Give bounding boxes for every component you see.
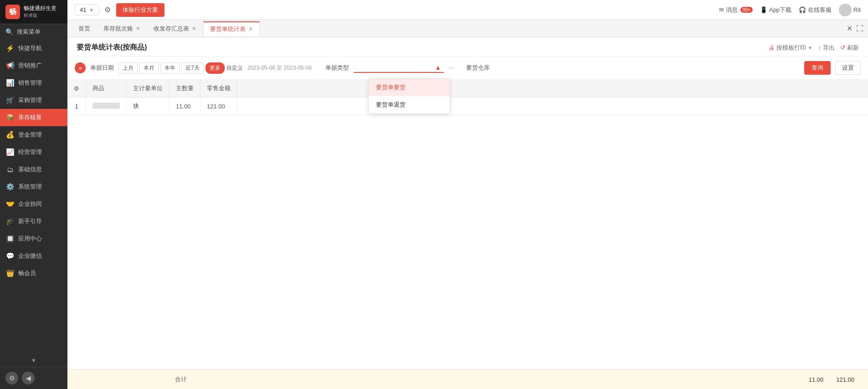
row-amount: 121.00 [200, 97, 237, 115]
sidebar-item-wechat[interactable]: 💬 企业微信 [0, 247, 67, 265]
app-download-btn[interactable]: 📱 App下载 [760, 6, 791, 14]
custom-date-btn[interactable]: 自定义 [226, 64, 243, 72]
sidebar-logo: 畅 [5, 5, 20, 19]
table-row: 1 块 11.00 121.00 [67, 97, 868, 115]
dropdown-item-order-goods[interactable]: 要货单要货 [369, 79, 450, 96]
sidebar-item-guide[interactable]: 🎓 新手引导 [0, 213, 67, 230]
sidebar-item-operation[interactable]: 📈 经营管理 [0, 143, 67, 161]
warehouse-label: 要货仓库 [466, 64, 490, 72]
tab-expand-btn[interactable]: ⛶ [856, 24, 863, 33]
dropdown-item-order-return[interactable]: 要货单退货 [369, 96, 450, 113]
last-month-btn[interactable]: 上月 [118, 62, 138, 74]
col-empty [237, 80, 868, 97]
print-icon: 🖨 [769, 44, 775, 51]
tab-receive-summary[interactable]: 收发存汇总表 ✕ [147, 22, 203, 36]
sidebar-item-inventory[interactable]: 📦 库存核算 [0, 109, 67, 126]
message-btn[interactable]: ✉ 消息 99+ [719, 6, 753, 14]
date-filter-label: 单据日期 [90, 64, 114, 72]
type-select-wrapper: ▲ [354, 63, 444, 73]
company-selector[interactable]: 41 ▼ [75, 4, 99, 15]
row-index: 1 [67, 97, 86, 115]
refresh-icon: ↺ [840, 44, 845, 51]
footer-amount: 121.00 [830, 376, 861, 383]
trial-btn[interactable]: 体验行业方案 [116, 3, 164, 17]
sidebar-item-quick-nav[interactable]: ⚡ 快捷导航 [0, 40, 67, 57]
print-btn[interactable]: 🖨 按模板打印 ▼ [769, 44, 813, 52]
query-btn[interactable]: 查询 [804, 61, 831, 75]
row-quantity: 11.00 [169, 97, 200, 115]
page-title: 要货单统计表(按商品) [77, 43, 147, 52]
sidebar-item-appstore[interactable]: 🔲 应用中心 [0, 230, 67, 247]
tab-home[interactable]: 首页 [72, 22, 97, 36]
tab-inventory-batch[interactable]: 库存批次账 ✕ [97, 22, 147, 36]
settings-footer-btn[interactable]: ⚙ [5, 372, 18, 384]
operation-icon: 📈 [5, 148, 15, 156]
sidebar-item-marketing[interactable]: 📢 营销推广 [0, 57, 67, 74]
message-badge: 99+ [740, 7, 753, 13]
finance-icon: 💰 [5, 131, 15, 139]
company-dropdown-arrow: ▼ [89, 7, 94, 13]
message-icon: ✉ [719, 6, 724, 13]
filter-settings-btn[interactable]: 设置 [835, 61, 861, 75]
table-footer: 合计 11.00 121.00 [67, 369, 868, 389]
topbar-settings-btn[interactable]: ⚙ [104, 5, 111, 14]
row-unit: 块 [127, 97, 169, 115]
tab-close-inventory-batch[interactable]: ✕ [136, 26, 140, 32]
tab-order-summary[interactable]: 要货单统计表 ✕ [203, 21, 260, 36]
sidebar-search[interactable]: 🔍 搜索菜单 [0, 24, 67, 40]
tab-close-receive-summary[interactable]: ✕ [192, 26, 196, 32]
export-btn[interactable]: ↑ 导出 [818, 44, 835, 52]
this-year-btn[interactable]: 本年 [160, 62, 180, 74]
more-dates-btn[interactable]: 更多 [205, 62, 225, 74]
mobile-icon: 📱 [760, 6, 767, 13]
sidebar: 畅 畅捷通好生意 标准版 🔍 搜索菜单 ⚡ 快捷导航 📢 营销推广 📊 销售管理… [0, 0, 67, 389]
sidebar-item-basic[interactable]: 🗂 基础信息 [0, 161, 67, 178]
type-dropdown: 要货单要货 要货单退货 [368, 78, 450, 114]
sales-icon: 📊 [5, 79, 15, 87]
user-avatar[interactable]: Rit [839, 4, 861, 16]
sidebar-header: 畅 畅捷通好生意 标准版 [0, 0, 67, 24]
guide-icon: 🎓 [5, 217, 15, 225]
main-area: 41 ▼ ⚙ 体验行业方案 ✉ 消息 99+ 📱 App下载 🎧 在线客服 R [67, 0, 868, 389]
cooperation-icon: 🤝 [5, 200, 15, 208]
sidebar-item-finance[interactable]: 💰 资金管理 [0, 126, 67, 143]
purchase-icon: 🛒 [5, 96, 15, 104]
sidebar-scroll-down[interactable]: ▼ [0, 354, 67, 367]
sidebar-item-purchase[interactable]: 🛒 采购管理 [0, 92, 67, 109]
sidebar-footer: ⚙ ◀ [0, 367, 67, 389]
footer-label: 合计 [75, 375, 187, 384]
row-product [86, 97, 127, 115]
inventory-icon: 📦 [5, 113, 15, 122]
type-dropdown-arrow[interactable]: ▲ [435, 64, 441, 71]
tab-close-order-summary[interactable]: ✕ [248, 26, 253, 32]
data-table: ⚙ 商品 主计量单位 主数量 零售金额 1 块 [67, 80, 868, 115]
page-header: 要货单统计表(按商品) 🖨 按模板打印 ▼ ↑ 导出 ↺ 刷新 [67, 37, 868, 56]
company-name: 41 [80, 6, 86, 13]
last-7-days-btn[interactable]: 近7天 [181, 62, 204, 74]
marketing-icon: 📢 [5, 61, 15, 70]
sidebar-item-cooperation[interactable]: 🤝 企业协同 [0, 195, 67, 213]
print-dropdown-arrow: ▼ [808, 45, 813, 51]
col-product: 商品 [86, 80, 127, 97]
this-month-btn[interactable]: 本月 [139, 62, 159, 74]
sidebar-item-system[interactable]: ⚙️ 系统管理 [0, 178, 67, 195]
tab-close-all-btn[interactable]: ✕ [847, 24, 853, 33]
table-wrapper: ⚙ 商品 主计量单位 主数量 零售金额 1 块 [67, 80, 868, 369]
type-select-input[interactable] [356, 64, 433, 71]
filter-bar: » 单据日期 上月 本月 本年 近7天 更多 自定义 2023-05-06 至 … [67, 56, 868, 80]
sidebar-item-sales[interactable]: 📊 销售管理 [0, 74, 67, 92]
col-settings[interactable]: ⚙ [67, 80, 86, 97]
service-icon: 🎧 [799, 6, 806, 13]
collapse-btn[interactable]: ◀ [22, 372, 35, 384]
refresh-btn[interactable]: ↺ 刷新 [840, 44, 859, 52]
online-service-btn[interactable]: 🎧 在线客服 [799, 6, 832, 14]
filter-more-btn[interactable]: ··· [448, 64, 454, 72]
sidebar-item-member[interactable]: 👑 畅会员 [0, 265, 67, 282]
wechat-icon: 💬 [5, 252, 15, 260]
sidebar-nav: ⚡ 快捷导航 📢 营销推广 📊 销售管理 🛒 采购管理 📦 库存核算 💰 资金管… [0, 40, 67, 354]
export-icon: ↑ [818, 44, 822, 51]
type-filter-label: 单据类型 [325, 64, 349, 72]
col-amount: 零售金额 [200, 80, 237, 97]
filter-expand-btn[interactable]: » [75, 62, 86, 73]
avatar-img [839, 4, 852, 16]
